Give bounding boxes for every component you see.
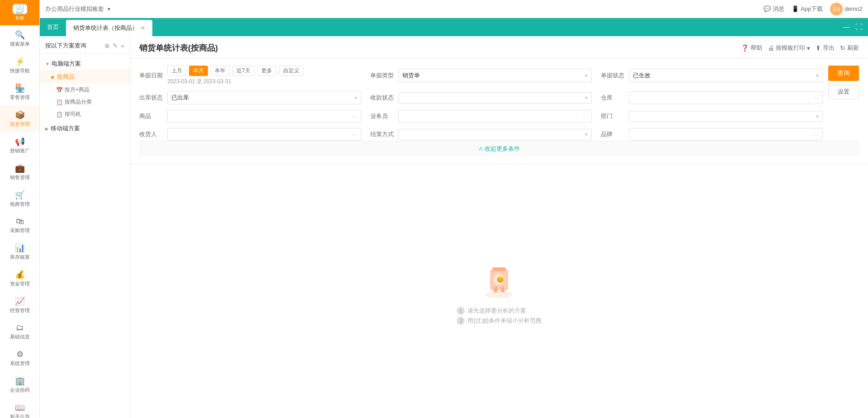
sidebar-item-inventory-label: 库存核算 [10,254,30,261]
tree-item-by-month-product[interactable]: 📅 按月+商品 [40,84,130,96]
settings-button[interactable]: 设置 [828,85,859,99]
date-this-month[interactable]: 本月 [189,66,208,76]
ecommerce-icon: 🛒 [15,190,25,200]
refresh-button[interactable]: ↻ 刷新 [840,44,859,52]
page-header-actions: ❓ 帮助 🖨 按模板打印 ▾ ⬆ 导出 ↻ 刷新 [741,44,859,52]
sidebar-item-search[interactable]: 🔍 搜索菜单 [0,25,39,52]
date-more[interactable]: 更多 [257,66,276,76]
warehouse-input[interactable]: ··· [629,91,823,104]
settle-select[interactable]: ▾ [398,129,592,140]
receipt-status-select[interactable]: ▾ [398,92,592,104]
logo-area: 🧾 标账 [0,0,39,25]
breadcrumb-dropdown[interactable]: ▾ [108,6,110,12]
retail-icon: 🏪 [15,83,25,93]
calendar-icon: 📅 [56,87,63,93]
sidebar-item-retail[interactable]: 🏪 零售管理 [0,79,39,105]
salesperson-label: 业务员 [370,112,396,120]
sidebar-item-quicknav[interactable]: ⚡ 快捷导航 [0,52,39,79]
user-profile[interactable]: Ea demo2 [830,3,863,15]
svg-text:😊: 😊 [496,276,505,284]
sidebar-item-ecommerce-label: 电商管理 [10,201,30,208]
help-button[interactable]: ❓ 帮助 [741,44,762,52]
receiver-input[interactable]: ··· [167,128,361,141]
type-select[interactable]: 销货单 ▾ [398,69,592,82]
print-button[interactable]: 🖨 按模板打印 ▾ [768,44,810,52]
collapse-panel-button[interactable]: « [121,42,124,49]
sidebar-item-purchase[interactable]: 🛍 采购管理 [0,212,39,238]
left-panel: 按以下方案查询 ⊕ ✎ « ▼ 电脑端方案 ● 按商品 [40,36,130,418]
sidebar-item-inventory[interactable]: 📊 库存核算 [0,238,39,265]
warehouse-status-select[interactable]: 已出库 ▾ [167,91,361,104]
settle-label: 结算方式 [370,130,396,138]
sidebar-item-guide[interactable]: 📖 新手引导 [0,398,39,418]
tab-home-label: 首页 [47,23,59,31]
tab-maximize-button[interactable]: ⛶ [854,21,864,33]
sidebar-item-finance[interactable]: 💰 资金管理 [0,265,39,292]
tree-group-mobile-header[interactable]: ▶ 移动端方案 [40,122,130,135]
collapse-bar[interactable]: ∧ 收起更多条件 [139,141,859,157]
date-last-7days[interactable]: 近7天 [232,66,255,76]
date-last-month[interactable]: 上月 [167,66,186,76]
export-button[interactable]: ⬆ 导出 [816,44,835,52]
tab-close-icon[interactable]: ✕ [141,25,145,31]
wholesale-icon: 📦 [15,110,25,120]
sidebar-item-basic[interactable]: 🗂 基础信息 [0,318,39,345]
warehouse-status-arrow: ▾ [354,95,357,101]
refresh-icon: ↻ [840,44,845,52]
tab-report-label: 销货单统计表（按商品） [73,24,138,32]
tree-group-desktop-header[interactable]: ▼ 电脑端方案 [40,57,130,70]
type-dropdown-arrow: ▾ [585,73,588,79]
sidebar-item-marketing[interactable]: 📢 营销推广 [0,132,39,159]
sidebar-item-wholesale[interactable]: 📦 批发管理 [0,105,39,132]
export-icon: ⬆ [816,44,821,52]
sidebar-item-operation[interactable]: 📈 经营管理 [0,292,39,318]
marketing-icon: 📢 [15,137,25,147]
date-filter: 上月 本月 本年 近7天 更多 自定义 [167,66,361,76]
tree-item-by-product[interactable]: ● 按商品 [40,70,130,84]
query-button[interactable]: 查询 [828,66,859,81]
brand-input[interactable]: ··· [629,128,823,141]
department-select[interactable]: ▾ [629,111,823,122]
brand-dots: ··· [813,131,819,138]
print-dropdown-arrow[interactable]: ▾ [807,45,810,52]
sidebar-item-sales[interactable]: 💼 销售管理 [0,159,39,185]
filter-row-4: 收货人 ··· 结算方式 ▾ [139,128,823,141]
add-scheme-button[interactable]: ⊕ [104,42,110,49]
product-dots: ··· [352,113,357,120]
finance-icon: 💰 [15,270,25,280]
tab-minimize-button[interactable]: — [841,21,852,33]
sidebar-item-guide-label: 新手引导 [10,413,30,418]
app-download-label: App下载 [801,5,823,13]
tree-item-by-category[interactable]: 📋 按商品分类 [40,96,130,108]
tab-report[interactable]: 销货单统计表（按商品） ✕ [66,20,152,36]
collapse-label: ∧ 收起更多条件 [478,145,520,153]
sidebar-item-enterprise[interactable]: 🏢 企业协同 [0,371,39,398]
tree-item-by-month-product-label: 按月+商品 [65,86,90,94]
sidebar-item-operation-label: 经营管理 [10,307,30,314]
salesperson-dots: ··· [583,113,588,120]
product-input[interactable]: ··· [167,110,361,123]
left-panel-actions: ⊕ ✎ « [104,42,124,49]
sidebar-item-ecommerce[interactable]: 🛒 电商管理 [0,185,39,212]
main-content: 办公用品行业模拟账套 ▾ 💬 消息 📱 App下载 Ea demo2 首页 [40,0,868,418]
app-download-button[interactable]: 📱 App下载 [792,5,823,13]
sidebar-item-system[interactable]: ⚙ 系统管理 [0,345,39,371]
date-custom[interactable]: 自定义 [279,66,303,76]
filter-row-3: 商品 ··· 业务员 ··· [139,110,823,123]
empty-state: 😊 1 请先选择要分析的方案 2 用[过滤]条件来缩小分析范围 [457,256,541,327]
tree-item-by-cashier[interactable]: 📋 按司机 [40,108,130,120]
tree-item-by-cashier-label: 按司机 [65,110,81,118]
edit-scheme-button[interactable]: ✎ [113,42,118,49]
tip-num-1: 1 [457,307,465,315]
tab-home[interactable]: 首页 [40,18,66,36]
page-area: 按以下方案查询 ⊕ ✎ « ▼ 电脑端方案 ● 按商品 [40,36,868,418]
filter-receiver-cell: 收货人 ··· [139,128,361,141]
message-button[interactable]: 💬 消息 [764,5,784,13]
sidebar-item-wholesale-label: 批发管理 [10,121,30,128]
status-select[interactable]: 已生效 ▾ [629,69,823,82]
date-this-year[interactable]: 本年 [211,66,230,76]
type-label: 单据类型 [370,71,396,80]
department-arrow: ▾ [816,114,819,119]
salesperson-input[interactable]: ··· [398,110,592,123]
tip-num-2: 2 [457,317,465,325]
